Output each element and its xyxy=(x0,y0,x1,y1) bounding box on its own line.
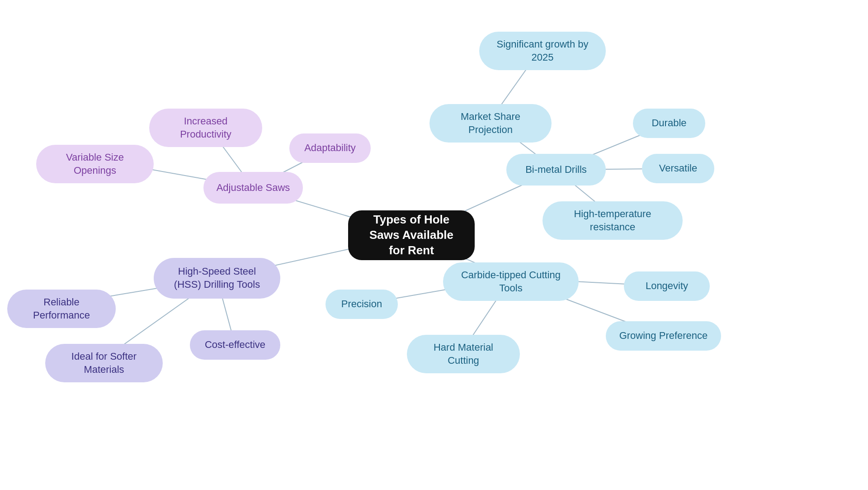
node-cost-effective: Cost-effective xyxy=(190,330,280,360)
node-versatile: Versatile xyxy=(642,154,714,183)
node-reliable-performance: Reliable Performance xyxy=(7,290,116,328)
node-ideal-softer: Ideal for Softer Materials xyxy=(45,344,163,382)
node-variable-size-openings: Variable Size Openings xyxy=(36,145,154,183)
node-market-share: Market Share Projection xyxy=(429,104,552,143)
mindmap-container: Types of Hole Saws Available for RentAdj… xyxy=(0,0,868,490)
node-significant-growth: Significant growth by 2025 xyxy=(479,32,606,70)
node-durable: Durable xyxy=(633,109,705,138)
node-precision: Precision xyxy=(326,290,398,319)
node-bi-metal-drills: Bi-metal Drills xyxy=(506,154,606,186)
node-adaptability: Adaptability xyxy=(289,133,371,163)
node-increased-productivity: Increased Productivity xyxy=(149,109,262,147)
node-hss-drilling: High-Speed Steel (HSS) Drilling Tools xyxy=(154,258,280,299)
node-carbide-tipped: Carbide-tipped Cutting Tools xyxy=(443,262,579,301)
center-node: Types of Hole Saws Available for Rent xyxy=(348,210,475,260)
node-adjustable-saws: Adjustable Saws xyxy=(203,172,303,204)
node-longevity: Longevity xyxy=(624,271,710,301)
node-high-temp: High-temperature resistance xyxy=(542,201,683,240)
node-growing-pref: Growing Preference xyxy=(606,321,721,351)
node-hard-material: Hard Material Cutting xyxy=(407,335,520,373)
